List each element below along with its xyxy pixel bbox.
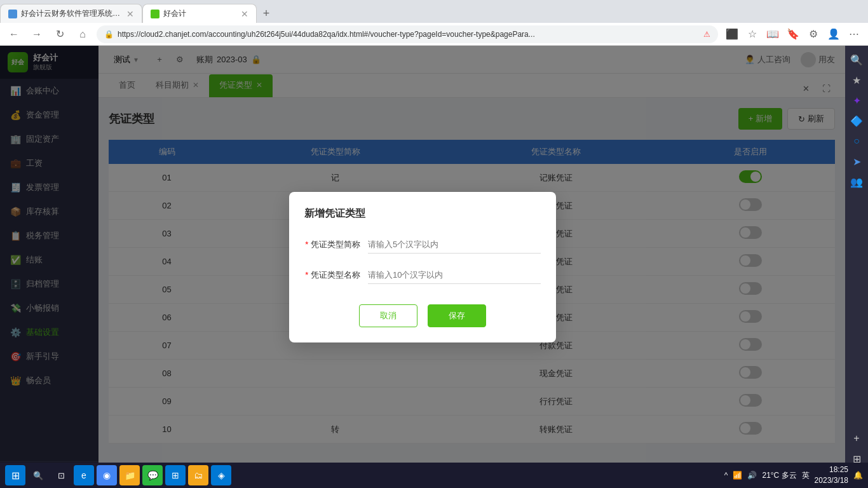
taskbar-volume-icon[interactable]: 🔊	[747, 471, 757, 480]
taskbar-start-button[interactable]: ⊞	[5, 465, 25, 485]
windows-icon: ⊞	[11, 470, 20, 482]
cancel-button[interactable]: 取消	[359, 304, 417, 327]
url-text: https://cloud2.chanjet.com/accounting/uh…	[118, 30, 700, 39]
more-btn[interactable]: ⋯	[845, 25, 863, 43]
tab-title-1: 好会计云财务软件管理系统_会计	[21, 8, 123, 19]
name-input[interactable]	[368, 266, 541, 284]
taskbar-search-btn[interactable]: 🔍	[28, 465, 48, 485]
tab-bar: 好会计云财务软件管理系统_会计 ✕ 好会计 ✕ +	[0, 0, 868, 23]
name-required-star: *	[305, 270, 308, 280]
extensions-btn[interactable]: ⬛	[723, 25, 741, 43]
add-voucher-type-modal: 新增凭证类型 * 凭证类型简称 * 凭证类型名称 取消 保存	[289, 192, 556, 342]
right-star-icon[interactable]: ★	[848, 71, 865, 89]
taskbar-weather: 21°C 多云	[762, 470, 796, 481]
browser-tab-1[interactable]: 好会计云财务软件管理系统_会计 ✕	[0, 4, 142, 23]
home-button[interactable]: ⌂	[74, 25, 92, 43]
taskbar-notification-icon[interactable]: 🔔	[853, 471, 863, 480]
short-input[interactable]	[368, 236, 541, 254]
tab-close-2[interactable]: ✕	[241, 9, 248, 19]
reading-view-btn[interactable]: 📖	[764, 25, 782, 43]
right-panel: 🔍 ★ ✦ 🔷 ○ ➤ 👥 + ⊞ ⚙	[845, 46, 868, 488]
address-actions: ⬛ ☆ 📖 🔖 ⚙ 👤 ⋯	[723, 25, 863, 43]
taskbar-right: ^ 📶 🔊 21°C 多云 英 18:25 2023/3/18 🔔	[724, 464, 863, 486]
collections-btn[interactable]: 🔖	[784, 25, 802, 43]
tab-title-2: 好会计	[163, 8, 186, 19]
right-ai-icon[interactable]: ✦	[848, 92, 865, 109]
tab-close-1[interactable]: ✕	[126, 9, 134, 19]
taskbar-wechat-app[interactable]: 💬	[142, 465, 163, 485]
settings-btn[interactable]: ⚙	[804, 25, 822, 43]
browser-chrome: 好会计云财务软件管理系统_会计 ✕ 好会计 ✕ + ← → ↻ ⌂ 🔒 http…	[0, 0, 868, 46]
taskbar: ⊞ 🔍 ⊡ e ◉ 📁 💬 ⊞ 🗂 ◈ ^ 📶 🔊 21°C 多云 英 18:2…	[0, 463, 868, 488]
save-button[interactable]: 保存	[428, 304, 486, 327]
chrome-taskbar-icon: ◉	[103, 470, 111, 480]
taskbar-edge-app[interactable]: e	[74, 465, 94, 485]
taskbar-language: 英	[802, 470, 810, 481]
taskbar-time-display: 18:25	[815, 464, 848, 475]
store-taskbar-icon: ⊞	[172, 470, 179, 480]
right-edge-icon[interactable]: 🔷	[848, 112, 865, 130]
modal-footer: 取消 保存	[304, 304, 541, 327]
forward-button[interactable]: →	[28, 25, 46, 43]
taskbar-multitask-btn[interactable]: ⊡	[51, 465, 71, 485]
form-row-name: * 凭证类型名称	[304, 266, 541, 284]
extension-icon: ⚠	[703, 30, 710, 39]
tab-favicon-2	[151, 10, 159, 18]
url-bar[interactable]: 🔒 https://cloud2.chanjet.com/accounting/…	[97, 25, 718, 43]
right-search-icon[interactable]: 🔍	[848, 51, 865, 69]
taskbar-edge2-app[interactable]: ◈	[211, 465, 231, 485]
name-label: * 凭证类型名称	[304, 269, 368, 281]
edge-taskbar-icon: e	[81, 470, 86, 480]
wechat-taskbar-icon: 💬	[147, 470, 158, 480]
url-lock-icon: 🔒	[104, 30, 114, 39]
address-bar: ← → ↻ ⌂ 🔒 https://cloud2.chanjet.com/acc…	[0, 23, 868, 46]
form-row-short: * 凭证类型简称	[304, 236, 541, 254]
right-send-icon[interactable]: ➤	[848, 152, 865, 170]
right-plus-icon[interactable]: +	[848, 430, 865, 447]
taskbar-chrome-app[interactable]: ◉	[97, 465, 117, 485]
taskbar-store-app[interactable]: ⊞	[165, 465, 186, 485]
browser-tab-2[interactable]: 好会计 ✕	[142, 4, 257, 23]
reload-button[interactable]: ↻	[51, 25, 69, 43]
right-outlook-icon[interactable]: ○	[848, 132, 865, 150]
right-teams-icon[interactable]: 👥	[848, 173, 865, 191]
short-label: * 凭证类型简称	[304, 239, 368, 250]
new-tab-button[interactable]: +	[257, 4, 276, 23]
back-button[interactable]: ←	[5, 25, 23, 43]
taskbar-clock[interactable]: 18:25 2023/3/18	[815, 464, 848, 486]
taskbar-up-arrow[interactable]: ^	[724, 471, 728, 480]
edge2-taskbar-icon: ◈	[218, 470, 225, 480]
taskbar-date-display: 2023/3/18	[815, 475, 848, 486]
taskbar-files-app[interactable]: 📁	[119, 465, 140, 485]
taskbar-network-icon[interactable]: 📶	[733, 471, 742, 480]
favorites-btn[interactable]: ☆	[743, 25, 761, 43]
short-required-star: *	[305, 240, 308, 249]
user-profile-btn[interactable]: 👤	[825, 25, 843, 43]
tab-favicon-1	[8, 10, 17, 18]
taskbar-folder-app[interactable]: 🗂	[188, 465, 208, 485]
folder-taskbar-icon: 🗂	[194, 470, 203, 480]
modal-title: 新增凭证类型	[304, 207, 541, 220]
modal-overlay: 新增凭证类型 * 凭证类型简称 * 凭证类型名称 取消 保存	[0, 46, 845, 488]
files-taskbar-icon: 📁	[125, 470, 135, 480]
